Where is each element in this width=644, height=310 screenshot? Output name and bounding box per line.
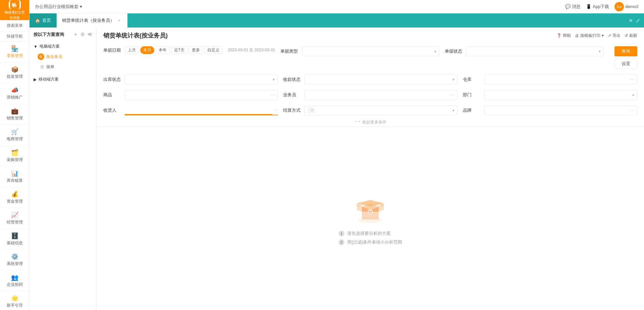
sidebar-item-system[interactable]: ⚙️ 系统管理 — [0, 250, 29, 270]
message-button[interactable]: 💬 消息 — [565, 4, 581, 10]
sidebar-item-marketing[interactable]: 📣 营销推广 — [0, 83, 29, 104]
query-button[interactable]: 查询 — [614, 46, 637, 56]
sidebar-item-retail[interactable]: 🏪 零售管理 — [0, 42, 29, 62]
sidebar-item-wholesale[interactable]: 📦 批发管理 — [0, 62, 29, 83]
brand-select[interactable]: ··· — [484, 105, 637, 115]
warehouse-group: 仓库 ··· — [463, 74, 637, 85]
left-panel: 按以下方案查询 ＋ ⊙ ≪ ▼ 电脑端方案 按 按业务员 按 按单 — [30, 28, 97, 310]
sidebar-item-inventory[interactable]: 📊 库存核算 — [0, 166, 29, 187]
refresh-label: 刷新 — [629, 33, 637, 39]
salesman-dots-icon[interactable]: ··· — [450, 92, 454, 98]
payment-tag-remove-icon[interactable]: × — [311, 108, 313, 113]
brand-dots-icon[interactable]: ··· — [630, 107, 634, 113]
goods-dots-icon[interactable]: ··· — [270, 92, 275, 98]
main-area: 办公用品行业模拟账套 ▾ 💬 消息 📱 App下载 Ea demo2 🏠 — [30, 0, 644, 310]
date-btn-last-7-days[interactable]: 近7天 — [171, 46, 187, 54]
sidebar-item-corp[interactable]: 👥 企业协同 — [0, 270, 29, 291]
goods-label: 商品 — [103, 92, 122, 98]
svg-point-13 — [371, 211, 372, 212]
mobile-plan-header[interactable]: ▶ 移动端方案 — [30, 74, 96, 84]
quick-nav[interactable]: 快捷导航 — [0, 32, 29, 42]
tab-close-icon[interactable]: × — [116, 18, 122, 23]
settings-button[interactable]: 设置 — [614, 58, 637, 69]
empty-tip-2: 2 用[过滤]条件来缩小分析范围 — [338, 239, 402, 245]
payment-tag: × — [308, 107, 315, 113]
finance-icon: 💰 — [11, 191, 18, 198]
template-print-button[interactable]: 🖨 按模板打印 ▾ — [575, 33, 604, 39]
sidebar-item-finance[interactable]: 💰 资金管理 — [0, 187, 29, 208]
salesman-label: 业务员 — [283, 92, 302, 98]
plan-item-order[interactable]: 按 按单 — [30, 62, 96, 72]
phone-icon: 📱 — [586, 4, 591, 9]
desktop-plan-header[interactable]: ▼ 电脑端方案 — [30, 42, 96, 51]
sidebar-item-basic[interactable]: 🗄️ 基础信息 — [0, 229, 29, 250]
empty-tip-text-2: 用[过滤]条件来缩小分析范围 — [347, 239, 402, 245]
warehouse-dots-icon[interactable]: ··· — [630, 76, 634, 83]
template-print-label: 按模板打印 — [580, 33, 600, 39]
doc-status-select[interactable]: ▾ — [466, 46, 604, 56]
plan-item-salesman[interactable]: 按 按业务员 — [30, 51, 96, 62]
sidebar-item-operation[interactable]: 📈 经营管理 — [0, 208, 29, 229]
close-tab-icon[interactable]: ✕ — [629, 17, 633, 24]
salesman-select[interactable]: ··· — [305, 90, 458, 100]
tab-report[interactable]: 销货单统计表（按业务员） × — [57, 13, 127, 28]
sidebar-item-ecom[interactable]: 🛒 电商管理 — [0, 125, 29, 146]
plan-item-icon: 按 — [38, 53, 44, 60]
doc-type-select[interactable]: ▾ — [302, 46, 439, 56]
filter-row-1: 单据日期 上月 本月 本年 近7天 更多 自定义 2023-03-01 至 20… — [103, 44, 637, 72]
plan-item-salesman-label: 按业务员 — [46, 54, 62, 60]
doc-status-arrow-icon: ▾ — [599, 49, 601, 54]
help-button[interactable]: ❓ 帮助 — [556, 33, 571, 39]
collapse-up-icon: ⌃⌃ — [354, 120, 361, 125]
warehouse-select[interactable]: ··· — [484, 74, 637, 85]
sidebar-item-sales[interactable]: 💼 销售管理 — [0, 104, 29, 125]
sidebar-label-finance: 资金管理 — [7, 199, 23, 204]
user-menu[interactable]: Ea demo2 — [614, 2, 639, 11]
date-btn-more[interactable]: 更多 — [189, 46, 203, 54]
page-header: 销货单统计表(按业务员) ❓ 帮助 🖨 按模板打印 ▾ ↗ — [97, 28, 644, 127]
collapse-button[interactable]: ⌃⌃ 收起更多条件 — [354, 119, 386, 125]
goods-select[interactable]: ··· — [125, 90, 278, 100]
date-btn-this-year[interactable]: 本年 — [156, 46, 170, 54]
collapse-panel-icon[interactable]: ≪ — [87, 32, 92, 38]
export-button[interactable]: ↗ 导出 — [608, 33, 621, 39]
consignee-input[interactable] — [125, 106, 272, 115]
dept-select[interactable]: ▾ — [484, 90, 637, 100]
payment-select[interactable]: × ▾ — [305, 105, 458, 115]
payment-arrow-icon: ▾ — [452, 108, 454, 113]
svg-point-11 — [368, 209, 373, 214]
edit-plan-icon[interactable]: ⊙ — [80, 32, 85, 38]
sidebar-item-newbie[interactable]: 🌟 新手引导 — [0, 291, 29, 310]
filter-row-4: 收货人 ··· 结算方式 × — [103, 103, 637, 117]
search-menu[interactable]: 搜索菜单 — [0, 20, 29, 32]
sidebar-label-wholesale: 批发管理 — [7, 74, 23, 80]
export-label: 导出 — [612, 33, 621, 39]
doc-status-label: 单据状态 — [445, 48, 464, 54]
collapse-row: ⌃⌃ 收起更多条件 — [103, 117, 637, 126]
print-icon: 🖨 — [575, 33, 579, 38]
out-status-label: 出库状态 — [103, 76, 122, 83]
date-btn-last-month[interactable]: 上月 — [125, 46, 139, 54]
doc-type-label: 单据类型 — [280, 48, 299, 54]
sidebar-item-purchase[interactable]: 🗂️ 采购管理 — [0, 146, 29, 166]
sales-icon: 💼 — [11, 107, 18, 115]
sidebar-label-retail: 零售管理 — [7, 53, 23, 59]
receipt-status-select[interactable]: ▾ — [305, 74, 458, 85]
goods-group: 商品 ··· — [103, 90, 278, 100]
maximize-icon[interactable]: ⤢ — [636, 17, 640, 24]
desktop-plan-arrow: ▼ — [34, 44, 38, 49]
tab-home[interactable]: 🏠 首页 — [30, 13, 57, 28]
consignee-dots-icon[interactable]: ··· — [273, 107, 278, 113]
filter-row-2: 出库状态 ▾ 收款状态 ▾ — [103, 72, 637, 87]
out-status-select[interactable]: ▾ — [125, 74, 278, 85]
brand-group: 品牌 ··· — [463, 105, 637, 115]
date-btn-this-month[interactable]: 本月 — [140, 46, 154, 54]
add-plan-icon[interactable]: ＋ — [73, 32, 78, 38]
basic-icon: 🗄️ — [11, 232, 18, 240]
account-selector[interactable]: 办公用品行业模拟账套 ▾ — [35, 4, 82, 10]
date-btn-custom[interactable]: 自定义 — [204, 46, 222, 54]
out-status-arrow-icon: ▾ — [273, 78, 275, 82]
app-download-button[interactable]: 📱 App下载 — [586, 4, 609, 10]
topbar-right: 💬 消息 📱 App下载 Ea demo2 — [565, 2, 639, 11]
refresh-button[interactable]: ↺ 刷新 — [625, 33, 637, 39]
